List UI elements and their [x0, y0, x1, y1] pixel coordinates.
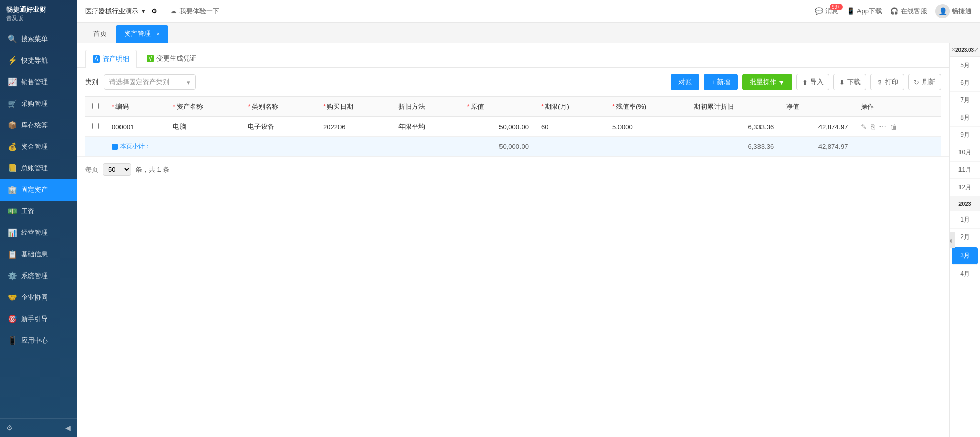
- settings-icon[interactable]: ⚙: [6, 424, 13, 432]
- sidebar-item-payroll[interactable]: 💵工资: [0, 201, 77, 222]
- collapse-icon[interactable]: ◀: [65, 424, 71, 432]
- sidebar-icon-search: 🔍: [8, 34, 17, 44]
- refresh-btn[interactable]: ↻ 刷新: [908, 74, 941, 90]
- th-depreciation-method: 折旧方法: [392, 97, 461, 117]
- sidebar-item-ledger[interactable]: 📒总账管理: [0, 157, 77, 179]
- sidebar-icon-purchase: 🛒: [8, 99, 17, 108]
- tab-close-icon[interactable]: ×: [157, 31, 160, 37]
- timeline-month-item[interactable]: 12月: [950, 179, 980, 196]
- th-period: *期限(月): [535, 97, 606, 117]
- edit-icon[interactable]: ✎: [861, 123, 867, 131]
- sub-tab-change-voucher[interactable]: V 变更生成凭证: [139, 49, 204, 67]
- delete-icon[interactable]: 🗑: [890, 123, 897, 131]
- timeline-month-item[interactable]: 11月: [950, 162, 980, 179]
- per-page-select[interactable]: 50 10 20 100: [103, 163, 131, 176]
- timeline-month-item[interactable]: 8月: [950, 109, 980, 127]
- per-page-label: 每页: [85, 165, 98, 174]
- cell-purchase-date: 202206: [317, 117, 392, 137]
- th-net-value: 净值: [780, 97, 854, 117]
- sidebar-label-finance: 资金管理: [21, 142, 48, 151]
- sidebar-icon-app-center: 📱: [8, 336, 17, 345]
- assets-detail-icon: A: [93, 55, 100, 63]
- username-label: 畅捷通: [952, 7, 972, 16]
- select-all-checkbox[interactable]: [92, 103, 99, 109]
- export-btn[interactable]: ⬆ 导入: [796, 74, 829, 90]
- sidebar-item-finance[interactable]: 💰资金管理: [0, 136, 77, 157]
- sidebar-item-operations[interactable]: 📊经营管理: [0, 222, 77, 244]
- toolbar-right: 对账 + 新增 批量操作 ▼ ⬆ 导入 ⬇ 下载 🖨: [671, 74, 941, 90]
- reconcile-btn[interactable]: 对账: [671, 74, 699, 90]
- subtotal-accumulated-depreciation: 6,333.36: [688, 137, 780, 156]
- refresh-icon: ↻: [914, 78, 919, 86]
- download-btn[interactable]: ⬇ 下载: [833, 74, 866, 90]
- message-btn[interactable]: 💬 消息 99+: [815, 7, 838, 16]
- table-row: 000001 电脑 电子设备 202206 年限平均 50,000.00 60 …: [85, 117, 941, 137]
- sidebar-label-inventory: 库存核算: [21, 121, 48, 130]
- sidebar-item-inventory[interactable]: 📦库存核算: [0, 114, 77, 136]
- tab-assets-mgmt[interactable]: 资产管理 ×: [116, 25, 168, 43]
- sidebar-item-app-center[interactable]: 📱应用中心: [0, 330, 77, 351]
- subtotal-period: [535, 137, 606, 156]
- timeline-year-item: 2023: [950, 196, 980, 211]
- sidebar-item-purchase[interactable]: 🛒采购管理: [0, 93, 77, 114]
- service-icon: 🎧: [890, 7, 898, 15]
- timeline-month-item[interactable]: 4月: [950, 266, 980, 283]
- subtotal-label-cell: 本页小计：: [106, 137, 461, 156]
- sidebar-icon-payroll: 💵: [8, 207, 17, 216]
- tab-home[interactable]: 首页: [85, 25, 115, 43]
- copy-icon[interactable]: ⎘: [871, 123, 875, 131]
- sidebar-item-system[interactable]: ⚙️系统管理: [0, 265, 77, 287]
- sidebar-icon-ledger: 📒: [8, 164, 17, 173]
- category-filter[interactable]: 请选择固定资产类别 ▾: [104, 74, 196, 90]
- sidebar-label-fixed-assets: 固定资产: [21, 185, 48, 194]
- timeline-month-item[interactable]: 5月: [950, 57, 980, 74]
- th-name: *资产名称: [167, 97, 242, 117]
- timeline-month-item[interactable]: 7月: [950, 92, 980, 109]
- sub-tab-assets-detail[interactable]: A 资产明细: [85, 50, 137, 68]
- sidebar: 畅捷通好业财 普及版 🔍搜索菜单⚡快捷导航📈销售管理🛒采购管理📦库存核算💰资金管…: [0, 0, 77, 437]
- cell-residual-rate: 5.0000: [606, 117, 688, 137]
- content-main: A 资产明细 V 变更生成凭证 类别 请选择固定资产类别 ▾: [77, 43, 949, 437]
- timeline-panel: ◀ × 2023.03 ⤢ 5月6月7月8月9月10月11月12月20231月2…: [949, 43, 980, 437]
- sidebar-item-quick-nav[interactable]: ⚡快捷导航: [0, 50, 77, 71]
- page-tabs: 首页 资产管理 ×: [77, 23, 980, 43]
- row-checkbox[interactable]: [92, 123, 99, 129]
- refresh-label: 刷新: [922, 77, 935, 87]
- sidebar-item-enterprise[interactable]: 🤝企业协同: [0, 287, 77, 308]
- experience-btn[interactable]: ☁ 我要体验一下: [170, 7, 219, 16]
- timeline-month-item[interactable]: 9月: [950, 127, 980, 144]
- new-btn[interactable]: + 新增: [704, 74, 738, 90]
- timeline-year-label: 2023.03: [955, 47, 974, 53]
- timeline-month-item[interactable]: 1月: [950, 211, 980, 229]
- timeline-header: × 2023.03 ⤢: [950, 43, 980, 57]
- sidebar-icon-enterprise: 🤝: [8, 293, 17, 302]
- content-area: A 资产明细 V 变更生成凭证 类别 请选择固定资产类别 ▾: [77, 43, 980, 437]
- more-icon[interactable]: ⋯: [879, 123, 886, 131]
- sidebar-item-search[interactable]: 🔍搜索菜单: [0, 28, 77, 50]
- cell-name: 电脑: [167, 117, 242, 137]
- sidebar-item-basic-info[interactable]: 📋基础信息: [0, 244, 77, 265]
- th-accumulated-depreciation: 期初累计折旧: [688, 97, 780, 117]
- total-label: 条，共 1 条: [135, 165, 169, 174]
- app-download-btn[interactable]: 📱 App下载: [847, 7, 882, 16]
- sidebar-item-guide[interactable]: 🎯新手引导: [0, 308, 77, 330]
- timeline-expand-icon[interactable]: ⤢: [974, 46, 979, 53]
- timeline-month-item[interactable]: 6月: [950, 74, 980, 92]
- sidebar-item-sales[interactable]: 📈销售管理: [0, 71, 77, 93]
- assets-table-wrap: *编码 *资产名称 *类别名称 *购买日期 折旧方法 *原值 *期限(月) *残…: [77, 96, 949, 156]
- user-menu[interactable]: 👤 畅捷通: [935, 4, 972, 18]
- online-service-btn[interactable]: 🎧 在线客服: [890, 7, 927, 16]
- sidebar-label-payroll: 工资: [21, 207, 34, 216]
- sidebar-icon-fixed-assets: 🏢: [8, 185, 17, 194]
- sidebar-item-fixed-assets[interactable]: 🏢固定资产: [0, 179, 77, 201]
- timeline-month-item[interactable]: 10月: [950, 144, 980, 162]
- timeline-toggle[interactable]: ◀: [949, 232, 955, 248]
- print-btn[interactable]: 🖨 打印: [870, 74, 904, 90]
- th-purchase-date: *购买日期: [317, 97, 392, 117]
- timeline-close-icon[interactable]: ×: [952, 46, 955, 53]
- timeline-month-item[interactable]: 3月: [952, 247, 978, 265]
- batch-ops-btn[interactable]: 批量操作 ▼: [742, 74, 792, 90]
- company-selector[interactable]: 医疗器械行业演示 ▾: [85, 7, 145, 16]
- toolbar-left: 类别 请选择固定资产类别 ▾: [85, 74, 196, 90]
- gear-icon[interactable]: ⚙: [151, 7, 157, 15]
